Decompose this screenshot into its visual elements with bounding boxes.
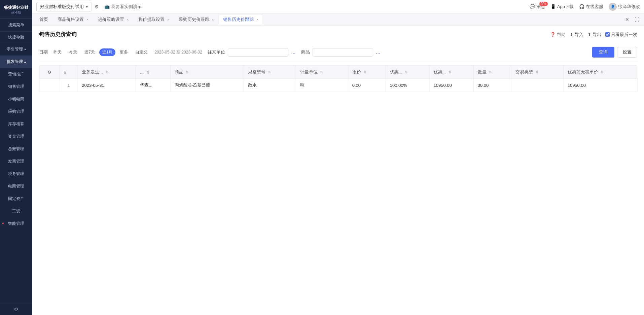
logo-sub-text: 标准版 <box>3 10 30 15</box>
table-header-discount1[interactable]: 优惠... ⇅ <box>386 66 429 79</box>
page-content: 销售历史价查询 ❓ 帮助 ⬇ 导入 ⬆ 导出 只看最后一次 <box>32 26 644 315</box>
sort-icon-transaction: ⇅ <box>535 70 538 74</box>
help-link[interactable]: ❓ 帮助 <box>550 32 566 38</box>
table-header-discount2[interactable]: 优惠... ⇅ <box>429 66 473 79</box>
page-actions: ❓ 帮助 ⬇ 导入 ⬆ 导出 只看最后一次 <box>550 32 637 38</box>
sidebar-item-wholesale[interactable]: 批发管理 ▴ <box>0 56 32 68</box>
module-dropdown-arrow: ▾ <box>86 4 88 9</box>
sidebar-item-ecommerce-label: 电商管理 <box>8 183 24 189</box>
sidebar-item-smart[interactable]: 智能管理 <box>0 217 32 230</box>
row-more-col: 华查... <box>136 79 170 92</box>
sidebar-item-invoice[interactable]: 发票管理 <box>0 155 32 168</box>
demo-link[interactable]: 📺 我要看实例演示 <box>104 4 142 10</box>
date-filter-group: 日期 昨天 今天 近7天 近1月 更多 自定义 2023-05-02 至 202… <box>39 48 202 56</box>
table-header-product-label: 商品 <box>175 69 183 74</box>
date-btn-last7[interactable]: 近7天 <box>81 48 98 56</box>
tab-home[interactable]: 首页 <box>35 14 52 25</box>
filter-bar: 日期 昨天 今天 近7天 近1月 更多 自定义 2023-05-02 至 202… <box>39 43 637 61</box>
last-only-checkbox[interactable] <box>605 32 610 37</box>
table-header-transaction-type[interactable]: 交易类型 ⇅ <box>511 66 563 79</box>
tab-purchase-strategy-close[interactable]: × <box>127 18 129 22</box>
tab-sale-price-close[interactable]: × <box>167 18 169 22</box>
app-download-label: App下载 <box>557 4 574 10</box>
date-btn-custom[interactable]: 自定义 <box>132 48 150 56</box>
tab-product-price[interactable]: 商品价格设置 × <box>53 14 93 25</box>
sidebar-item-inventory[interactable]: 库存核算 <box>0 118 32 130</box>
topbar-settings-icon[interactable]: ⚙ <box>95 4 99 9</box>
table-header-product[interactable]: 商品 ⇅ <box>170 66 244 79</box>
sidebar-item-finance[interactable]: 资金管理 <box>0 130 32 143</box>
product-input[interactable] <box>313 48 373 57</box>
user-menu[interactable]: 👤 徐泽华修改 <box>609 3 640 11</box>
headset-icon: 🎧 <box>579 4 584 9</box>
table-header-price[interactable]: 报价 ⇅ <box>348 66 386 79</box>
table-header-more-col-label: ... <box>140 70 144 75</box>
sidebar-item-retail-label: 零售管理 <box>7 46 23 52</box>
tab-purchase-strategy[interactable]: 进价策略设置 × <box>94 14 133 25</box>
tab-product-price-close[interactable]: × <box>86 18 88 22</box>
module-selector[interactable]: 好业财标准版交付试用 ▾ <box>36 2 92 11</box>
tab-purchase-history-close[interactable]: × <box>212 18 214 22</box>
sidebar-item-tax[interactable]: 税务管理 <box>0 168 32 180</box>
gear-icon: ⚙ <box>47 70 51 75</box>
tab-expand-button[interactable]: ⛶ <box>633 16 641 23</box>
product-dots[interactable]: … <box>376 49 381 55</box>
help-icon: ❓ <box>550 32 556 37</box>
tab-purchase-history[interactable]: 采购历史价跟踪 × <box>174 14 218 25</box>
query-button[interactable]: 查询 <box>592 47 614 58</box>
sidebar-item-ecommerce-small-label: 小畅电商 <box>8 96 24 102</box>
table-header-business-date-label: 业务发生... <box>82 69 103 74</box>
table-header-quantity[interactable]: 数量 ⇅ <box>473 66 511 79</box>
sidebar-item-assets[interactable]: 固定资产 <box>0 193 32 205</box>
demo-label: 我要看实例演示 <box>111 4 142 10</box>
date-btn-more[interactable]: 更多 <box>117 48 131 56</box>
tab-product-price-label: 商品价格设置 <box>58 16 84 23</box>
import-label: 导入 <box>575 32 583 38</box>
tab-close-button[interactable]: ✕ <box>623 16 631 23</box>
topbar-right: 💬 消息 99+ 📱 App下载 🎧 在线客服 👤 徐泽华修改 <box>530 3 640 11</box>
sidebar-settings-button[interactable]: ⚙ <box>0 303 32 315</box>
tab-purchase-history-label: 采购历史价跟踪 <box>179 16 209 23</box>
source-unit-dots[interactable]: … <box>291 49 296 55</box>
sidebar-item-payroll[interactable]: 工资 <box>0 205 32 217</box>
sidebar-item-inventory-label: 库存核算 <box>8 121 24 127</box>
export-link[interactable]: ⬆ 导出 <box>587 32 601 38</box>
table-header-business-date[interactable]: 业务发生... ⇅ <box>78 66 136 79</box>
filter-settings-button[interactable]: 设置 <box>617 47 637 58</box>
table-header-spec-label: 规格型号 <box>248 69 265 74</box>
tab-sales-history[interactable]: 销售历史价跟踪 × <box>219 14 263 25</box>
sidebar-item-ledger[interactable]: 总账管理 <box>0 143 32 155</box>
date-btn-last1m[interactable]: 近1月 <box>99 48 116 56</box>
app-download-button[interactable]: 📱 App下载 <box>550 4 574 10</box>
online-service-button[interactable]: 🎧 在线客服 <box>579 4 603 10</box>
row-business-date: 2023-05-31 <box>78 79 136 92</box>
tab-purchase-strategy-label: 进价策略设置 <box>98 16 124 23</box>
sidebar-quick-nav[interactable]: 快捷导航 <box>0 32 32 43</box>
table-header-more-col[interactable]: ... ⇅ <box>136 66 170 79</box>
sidebar-item-marketing[interactable]: 营销推广 <box>0 68 32 80</box>
sidebar-item-ecommerce-small[interactable]: 小畅电商 <box>0 93 32 105</box>
sidebar-item-purchase[interactable]: 采购管理 <box>0 105 32 118</box>
table-header-unit[interactable]: 计量单位 ⇅ <box>296 66 348 79</box>
table-header-pretax-price[interactable]: 优惠前无税单价 ⇅ <box>563 66 637 79</box>
sidebar-search[interactable]: 搜索菜单 <box>0 19 32 32</box>
table-header-gear[interactable]: ⚙ <box>39 66 60 79</box>
phone-icon: 📱 <box>550 4 556 9</box>
table-header-spec[interactable]: 规格型号 ⇅ <box>244 66 296 79</box>
message-button[interactable]: 💬 消息 99+ <box>530 4 545 10</box>
source-unit-input[interactable] <box>228 48 288 57</box>
table-header-pretax-price-label: 优惠前无税单价 <box>568 69 598 74</box>
sidebar-item-smart-label: 智能管理 <box>8 221 24 226</box>
date-btn-today[interactable]: 今天 <box>66 48 80 56</box>
demo-icon: 📺 <box>104 4 110 9</box>
tab-sales-history-close[interactable]: × <box>256 18 258 22</box>
tab-sale-price-label: 售价提取设置 <box>138 16 165 23</box>
date-btn-yesterday[interactable]: 昨天 <box>50 48 65 56</box>
sidebar-item-ecommerce[interactable]: 电商管理 <box>0 180 32 193</box>
tab-sale-price[interactable]: 售价提取设置 × <box>134 14 174 25</box>
product-label: 商品 <box>301 49 310 55</box>
import-link[interactable]: ⬇ 导入 <box>570 32 583 38</box>
sidebar-item-retail[interactable]: 零售管理 ▾ <box>0 43 32 56</box>
tab-home-label: 首页 <box>39 16 48 23</box>
sidebar-item-sales[interactable]: 销售管理 <box>0 80 32 93</box>
